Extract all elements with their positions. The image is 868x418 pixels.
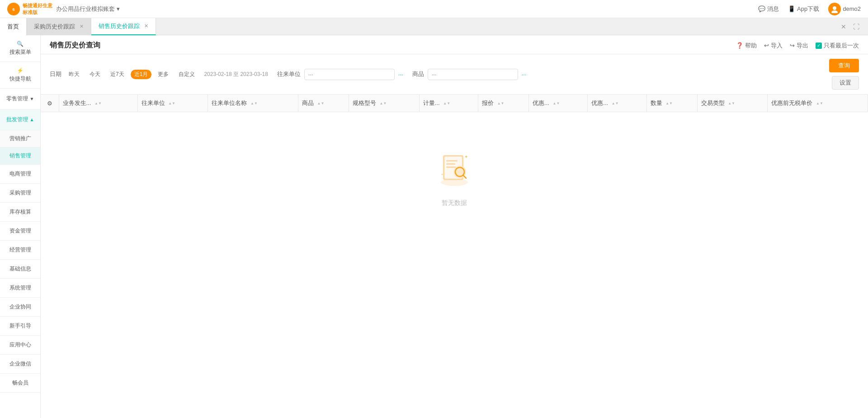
- logo-area: 6 畅捷通好生意 标准版: [7, 2, 52, 15]
- table-col-discount2[interactable]: 优惠... ▲▼: [588, 95, 646, 112]
- sidebar-item-operations[interactable]: 经营管理: [0, 241, 40, 260]
- partner-filter-group: 往来单位 ···: [277, 69, 403, 80]
- retail-expand-icon: ▼: [30, 96, 34, 101]
- sort-arrows-unit: ▲▼: [443, 102, 450, 105]
- empty-state-row: ✦ ✦ 暂无数据: [41, 112, 868, 244]
- sort-arrows-discount2: ▲▼: [612, 102, 619, 105]
- import-btn[interactable]: ↩ 导入: [764, 42, 783, 50]
- maximize-window-btn[interactable]: ⛶: [852, 22, 861, 31]
- sidebar-item-inventory[interactable]: 库存核算: [0, 203, 40, 222]
- svg-text:6: 6: [12, 7, 14, 12]
- purchase-history-tab-close[interactable]: ✕: [80, 24, 84, 29]
- user-area[interactable]: demo2: [828, 3, 861, 15]
- sidebar-item-search-menu[interactable]: 🔍 搜索菜单: [0, 35, 40, 62]
- date-btn-last1month[interactable]: 近1月: [131, 70, 152, 79]
- sidebar-item-enterprise[interactable]: 企业协同: [0, 298, 40, 317]
- user-name: demo2: [843, 5, 861, 12]
- only-last-checkbox-label[interactable]: ✓ 只看最后一次: [816, 42, 859, 50]
- import-label: 导入: [771, 42, 783, 50]
- page-actions: ❓ 帮助 ↩ 导入 ↪ 导出 ✓ 只看最后一次: [736, 42, 859, 50]
- date-btn-yesterday[interactable]: 昨天: [65, 70, 83, 79]
- system-label: 系统管理: [9, 284, 31, 292]
- quick-nav-label: 快捷导航: [9, 75, 31, 83]
- partner-input[interactable]: [304, 69, 395, 80]
- sidebar-item-system[interactable]: 系统管理: [0, 279, 40, 298]
- close-window-btn[interactable]: ✕: [839, 22, 848, 31]
- goods-filter-label: 商品: [412, 70, 424, 78]
- table-col-unit[interactable]: 计量... ▲▼: [419, 95, 478, 112]
- sort-arrows-biz-date: ▲▼: [94, 102, 102, 105]
- table-col-trade-type[interactable]: 交易类型 ▲▼: [697, 95, 768, 112]
- sidebar-item-wechat[interactable]: 企业微信: [0, 355, 40, 374]
- nav-icon: ⚡: [17, 67, 24, 74]
- goods-input[interactable]: [428, 69, 518, 80]
- goods-ellipsis-btn[interactable]: ···: [522, 71, 527, 78]
- help-icon: ❓: [736, 42, 743, 49]
- query-btn[interactable]: 查询: [829, 59, 859, 72]
- message-icon: 💬: [758, 5, 765, 12]
- message-btn[interactable]: 💬 消息: [758, 5, 779, 13]
- table-col-quantity[interactable]: 数量 ▲▼: [646, 95, 697, 112]
- logo-text: 畅捷通好生意 标准版: [23, 2, 52, 15]
- table-col-partner-code[interactable]: 往来单位 ▲▼: [137, 95, 208, 112]
- sort-arrows-partner-name: ▲▼: [250, 102, 258, 105]
- sidebar-item-marketing[interactable]: 营销推广: [0, 130, 40, 147]
- only-last-checkbox[interactable]: ✓: [816, 43, 822, 49]
- sidebar-item-vip[interactable]: 畅会员: [0, 374, 40, 393]
- table-body: ✦ ✦ 暂无数据: [41, 112, 868, 244]
- tab-home[interactable]: 首页: [0, 18, 27, 35]
- sort-arrows-discount1: ▲▼: [553, 102, 560, 105]
- sidebar-item-sales-mgmt[interactable]: 销售管理: [0, 147, 40, 165]
- sidebar-item-app-center[interactable]: 应用中心: [0, 336, 40, 355]
- table-col-goods[interactable]: 商品 ▲▼: [298, 95, 349, 112]
- sort-arrows-quote-price: ▲▼: [497, 102, 505, 105]
- data-table: ⚙ 业务发生... ▲▼ 往来单位 ▲▼ 往来单位名称 ▲▼: [41, 95, 868, 243]
- table-col-discount1[interactable]: 优惠... ▲▼: [529, 95, 588, 112]
- table-col-partner-name[interactable]: 往来单位名称 ▲▼: [208, 95, 298, 112]
- help-btn[interactable]: ❓ 帮助: [736, 42, 757, 50]
- sort-arrows-trade-type: ▲▼: [728, 102, 735, 105]
- tab-purchase-history[interactable]: 采购历史价跟踪 ✕: [27, 18, 91, 35]
- export-btn[interactable]: ↪ 导出: [790, 42, 808, 50]
- header-right: 💬 消息 📱 App下载 demo2: [758, 3, 861, 15]
- table-col-quote-price[interactable]: 报价 ▲▼: [478, 95, 529, 112]
- sidebar-item-quick-nav[interactable]: ⚡ 快捷导航: [0, 62, 40, 89]
- content-area: 销售历史价查询 ❓ 帮助 ↩ 导入 ↪ 导出 ✓ 只看最后一次: [41, 35, 868, 418]
- table-col-spec[interactable]: 规格型号 ▲▼: [349, 95, 419, 112]
- table-col-settings[interactable]: ⚙: [41, 95, 59, 112]
- operations-label: 经营管理: [9, 246, 31, 254]
- sidebar-item-guide[interactable]: 新手引导: [0, 317, 40, 336]
- sales-mgmt-label: 销售管理: [9, 152, 31, 159]
- tab-sales-history[interactable]: 销售历史价跟踪 ✕: [91, 18, 156, 35]
- partner-ellipsis-btn[interactable]: ···: [398, 71, 403, 78]
- app-download-btn[interactable]: 📱 App下载: [788, 5, 819, 13]
- sidebar-item-finance[interactable]: 资金管理: [0, 222, 40, 241]
- date-btn-last7days[interactable]: 近7天: [107, 70, 128, 79]
- sidebar-item-basic-info[interactable]: 基础信息: [0, 260, 40, 279]
- page-header: 销售历史价查询 ❓ 帮助 ↩ 导入 ↪ 导出 ✓ 只看最后一次: [41, 35, 868, 54]
- export-label: 导出: [797, 42, 808, 50]
- sidebar-item-retail-mgmt[interactable]: 零售管理 ▼: [0, 89, 40, 109]
- svg-rect-8: [446, 163, 455, 165]
- top-header: 6 畅捷通好生意 标准版 办公用品行业模拟账套 ▾ 💬 消息 📱 App下载: [0, 0, 868, 18]
- app-selector-label: 办公用品行业模拟账套: [56, 5, 115, 13]
- table-col-price-notax[interactable]: 优惠前无税单价 ▲▼: [768, 95, 868, 112]
- sidebar-item-purchase[interactable]: 采购管理: [0, 184, 40, 203]
- date-btn-today[interactable]: 今天: [86, 70, 104, 79]
- date-filter-group: 日期 昨天 今天 近7天 近1月 更多 自定义 2023-02-18 至 202…: [50, 70, 268, 79]
- svg-point-2: [833, 6, 836, 10]
- app-center-label: 应用中心: [9, 341, 31, 349]
- date-btn-custom[interactable]: 自定义: [175, 70, 198, 79]
- sales-history-tab-close[interactable]: ✕: [144, 23, 148, 29]
- sidebar-item-ecommerce[interactable]: 电商管理: [0, 165, 40, 184]
- tab-bar-actions: ✕ ⛶: [839, 22, 868, 31]
- filter-settings-btn[interactable]: 设置: [832, 76, 859, 90]
- inventory-label: 库存核算: [9, 208, 31, 216]
- date-range-display: 2023-02-18 至 2023-03-18: [204, 71, 268, 78]
- filter-right: 查询 设置: [829, 59, 859, 90]
- table-settings-icon[interactable]: ⚙: [47, 100, 52, 107]
- table-col-biz-date[interactable]: 业务发生... ▲▼: [59, 95, 137, 112]
- date-btn-more[interactable]: 更多: [154, 70, 172, 79]
- sidebar-item-wholesale-mgmt[interactable]: 批发管理 ▲: [0, 109, 40, 130]
- app-selector[interactable]: 办公用品行业模拟账套 ▾: [56, 5, 120, 13]
